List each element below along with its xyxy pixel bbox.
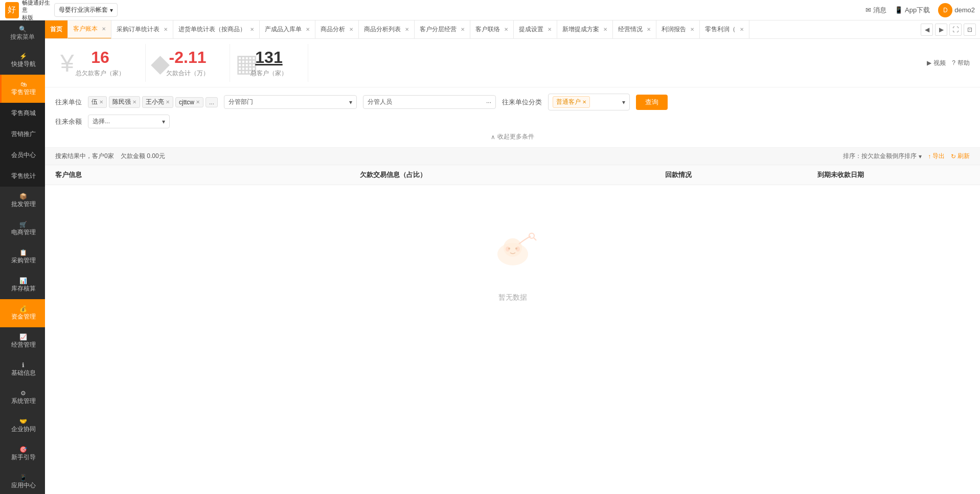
stat-total-overdue: ◆ -2.11 欠款合计（万） [146,44,230,82]
tab-scroll-left-btn[interactable]: ◀ [921,24,933,36]
filter-section: 往来单位 伍 ✕ 陈民强 ✕ 王小亮 ✕ [45,87,980,148]
user-menu[interactable]: D demo2 [938,3,975,17]
refresh-icon: ↻ [951,153,956,160]
tab-close-icon[interactable]: ✕ [647,27,651,32]
sort-button[interactable]: 排序：按欠款金额倒序排序 ▾ [843,152,922,161]
inventory-icon: 📊 [6,277,41,284]
help-btn[interactable]: ? 帮助 [952,59,970,68]
col-overdue-info: 欠款交易信息（占比） [360,170,665,179]
empty-state: 暂无数据 [45,185,980,343]
workspace-selector[interactable]: 母婴行业演示帐套 ▾ [54,3,118,17]
tab-restore-btn[interactable]: ⊡ [964,24,976,36]
tab-customer-tier[interactable]: 客户分层经营 ✕ [415,20,470,39]
money-bg-icon: ¥ [60,49,74,77]
tab-product-analysis[interactable]: 商品分析 ✕ [315,20,359,39]
sidebar-item-retail-mgmt[interactable]: 🛍 零售管理 [0,75,45,103]
filter-row-2: 往来余额 选择... ▾ [55,115,970,128]
tab-product-analysis-list[interactable]: 商品分析列表 ✕ [359,20,415,39]
tab-close-icon[interactable]: ✕ [603,27,607,32]
video-help-btn[interactable]: ▶ 视频 [927,59,946,68]
search-result-text: 搜索结果中，客户0家 欠款金额 0.00元 [55,152,165,161]
query-button[interactable]: 查询 [636,95,668,110]
category-tag[interactable]: 普通客户 ✕ [553,96,590,108]
tab-close-icon[interactable]: ✕ [740,27,744,32]
sidebar-item-purchase[interactable]: 📋 采购管理 [0,243,45,271]
messages-button[interactable]: ✉ 消息 [865,6,886,15]
tab-product-inbound[interactable]: 产成品入库单 ✕ [260,20,315,39]
sidebar-item-retail-store[interactable]: 零售商城 [0,103,45,124]
sidebar-item-retail-stats[interactable]: 零售统计 [0,166,45,187]
tag-close-icon[interactable]: ✕ [166,99,170,105]
content-area: 首页 客户账本 ✕ 采购订单统计表 ✕ 进货单统计表（按商品） ✕ 产成品入库单… [45,20,980,494]
filter-tag-chen[interactable]: 陈民强 ✕ [109,96,140,108]
filter-tag-cjttcw[interactable]: cjttcw ✕ [175,97,203,107]
sidebar-item-finance[interactable]: 💰 资金管理 [0,299,45,327]
tab-close-icon[interactable]: ✕ [405,27,409,32]
category-filter[interactable]: 普通客户 ✕ ▾ [548,94,630,110]
stat-total-customers: ▦ 131 总客户（家） [230,44,308,82]
tab-home[interactable]: 首页 [45,20,68,39]
filter-tag-more-btn[interactable]: ... [206,97,218,107]
sidebar-item-operations[interactable]: 📈 经营管理 [0,327,45,355]
sidebar-item-app-center[interactable]: 📱 应用中心 [0,468,45,494]
tab-retail-profit[interactable]: 零售利润（ ✕ [700,20,749,39]
logo-area: 好 畅捷通好生意 标版 [5,0,50,21]
newbie-icon: 🎯 [6,446,41,453]
sidebar-item-quick-nav[interactable]: ⚡ 快捷导航 [0,47,45,75]
tag-close-icon[interactable]: ✕ [582,99,586,105]
tab-close-icon[interactable]: ✕ [548,27,552,32]
operations-icon: 📈 [6,333,41,341]
tab-close-icon[interactable]: ✕ [349,27,353,32]
sidebar-item-system[interactable]: ⚙ 系统管理 [0,384,45,412]
tab-new-commission[interactable]: 新增提成方案 ✕ [557,20,613,39]
tab-customer-account[interactable]: 客户账本 ✕ [68,20,111,39]
collapse-button[interactable]: ∧ 收起更多条件 [491,132,534,141]
amount-filter[interactable]: 选择... ▾ [88,115,170,128]
tab-close-icon[interactable]: ✕ [306,27,310,32]
refresh-button[interactable]: ↻ 刷新 [951,152,970,161]
tab-close-icon[interactable]: ✕ [690,27,694,32]
message-icon: ✉ [865,6,871,14]
enterprise-icon: 🤝 [6,418,41,425]
tab-customer-contact[interactable]: 客户联络 ✕ [470,20,514,39]
filter-tag-wang[interactable]: 王小亮 ✕ [142,96,173,108]
tag-close-icon[interactable]: ✕ [99,99,103,105]
tab-close-icon[interactable]: ✕ [102,26,106,32]
tab-maximize-btn[interactable]: ⛶ [949,24,962,36]
tab-inbound-stats[interactable]: 进货单统计表（按商品） ✕ [173,20,260,39]
tab-commission-setting[interactable]: 提成设置 ✕ [514,20,557,39]
col-due-date: 到期未收款日期 [817,170,970,179]
tab-purchase-order-stats[interactable]: 采购订单统计表 ✕ [111,20,173,39]
header-left: 好 畅捷通好生意 标版 母婴行业演示帐套 ▾ [5,0,118,21]
sidebar-item-basic-info[interactable]: ℹ 基础信息 [0,355,45,384]
filter-tag-wu[interactable]: 伍 ✕ [88,96,107,108]
col-payment-status: 回款情况 [665,170,817,179]
amount-filter-label: 往来余额 [55,117,82,126]
tag-close-icon[interactable]: ✕ [132,99,136,105]
svg-point-5 [515,248,517,250]
person-filter[interactable]: 分管人员 ··· [363,95,496,109]
system-icon: ⚙ [6,390,41,397]
tab-close-icon[interactable]: ✕ [461,27,465,32]
app-download-button[interactable]: 📱 App下载 [895,6,930,15]
tab-close-icon[interactable]: ✕ [250,27,254,32]
sidebar-item-search-menu[interactable]: 🔍 搜索菜单 [0,20,45,47]
tab-close-icon[interactable]: ✕ [164,27,168,32]
tab-close-icon[interactable]: ✕ [504,27,508,32]
tab-profit-report[interactable]: 利润报告 ✕ [656,20,700,39]
sidebar-item-ecommerce[interactable]: 🛒 电商管理 [0,215,45,243]
nav-icon: ⚡ [6,53,41,60]
sidebar-item-newbie[interactable]: 🎯 新手引导 [0,440,45,468]
stat-total-count: 131 [255,48,282,67]
tab-scroll-right-btn[interactable]: ▶ [935,24,947,36]
tab-business-status[interactable]: 经营情况 ✕ [613,20,656,39]
sidebar-item-enterprise[interactable]: 🤝 企业协同 [0,412,45,440]
dept-filter[interactable]: 分管部门 ▾ [224,95,357,109]
export-button[interactable]: ↑ 导出 [928,152,945,161]
sidebar-item-wholesale[interactable]: 📦 批发管理 [0,187,45,215]
search-result-actions: 排序：按欠款金额倒序排序 ▾ ↑ 导出 ↻ 刷新 [843,152,970,161]
sidebar-item-member-center[interactable]: 会员中心 [0,145,45,166]
sidebar-item-inventory[interactable]: 📊 库存核算 [0,271,45,299]
tag-close-icon[interactable]: ✕ [196,99,200,105]
sidebar-item-marketing[interactable]: 营销推广 [0,124,45,145]
